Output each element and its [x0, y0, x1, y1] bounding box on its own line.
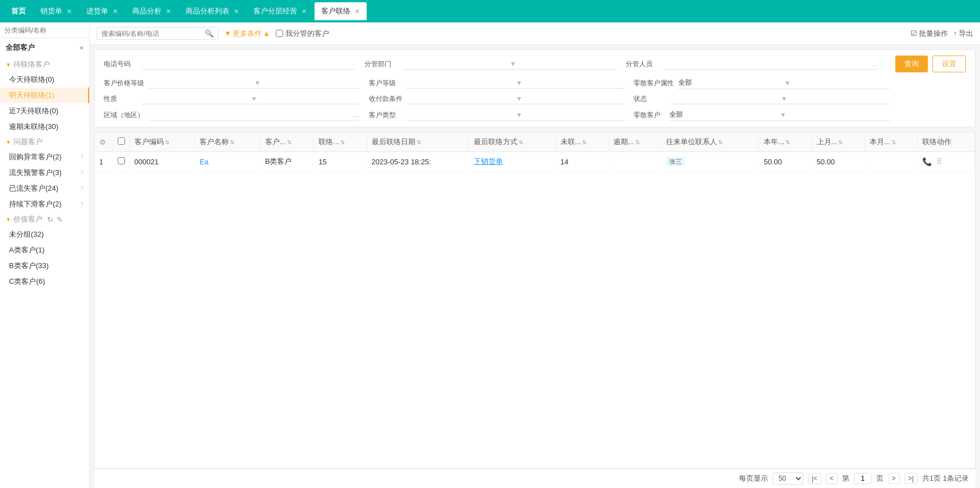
sidebar-item-today[interactable]: 今天待联络(0): [0, 72, 89, 88]
filter-field-status: 状态 ▼: [634, 94, 890, 104]
sidebar-search-input[interactable]: [4, 26, 89, 34]
cell-checkbox[interactable]: [113, 152, 130, 172]
filter-customer-level-select[interactable]: ▼: [407, 78, 625, 89]
search-icon[interactable]: 🔍: [205, 29, 214, 38]
col-settings[interactable]: ⚙: [95, 132, 113, 152]
sidebar-collapse-icon[interactable]: «: [80, 44, 84, 52]
export-btn[interactable]: ↑ 导出: [954, 29, 974, 39]
sidebar-all-customers-label: 全部客户: [6, 43, 35, 53]
filter-status-label: 状态: [634, 94, 667, 104]
btn-query[interactable]: 查询: [895, 56, 928, 72]
filter-status-select[interactable]: ▼: [672, 94, 890, 104]
sort-icon-last-month[interactable]: ⇅: [838, 139, 843, 145]
filter-retail-attr-select[interactable]: 全部 ▼: [678, 77, 890, 89]
table-header-row: ⚙ 客户编码 ⇅: [95, 132, 975, 152]
filter-customer-type-select[interactable]: ▼: [407, 110, 625, 121]
sort-icon-unit-contact[interactable]: ⇅: [718, 139, 723, 145]
nav-product-analysis-table[interactable]: 商品分析列表 ✕: [179, 2, 246, 20]
nav-purchase-close[interactable]: ✕: [113, 8, 118, 15]
sidebar-item-overdue[interactable]: 逾期未联络(30): [0, 119, 89, 135]
sidebar-item-lost-risk[interactable]: 流失预警客户(3) ?: [0, 165, 89, 181]
filter-retail-customer-value: 全部: [669, 110, 779, 119]
nav-customer-contact-close[interactable]: ✕: [355, 8, 360, 15]
sort-icon-name[interactable]: ⇅: [230, 139, 234, 145]
filter-field-branch-person: 分管人员 …: [626, 59, 877, 70]
sort-icon-type[interactable]: ⇅: [287, 139, 292, 145]
filter-row-3: 性质 ▼ 收付款条件 ▼ 状态: [104, 94, 966, 104]
sidebar-item-lost[interactable]: 已流失客户(24) ?: [0, 181, 89, 196]
sidebar-item-class-b[interactable]: B类客户(33): [0, 258, 89, 274]
nav-product-analysis-close[interactable]: ✕: [166, 8, 171, 15]
page-prev-btn[interactable]: <: [826, 473, 838, 484]
nav-product-analysis-table-close[interactable]: ✕: [234, 8, 239, 15]
nav-product-analysis[interactable]: 商品分析 ✕: [126, 2, 178, 20]
filter-branch-person-input[interactable]: [664, 60, 871, 68]
filter-region-dots[interactable]: …: [353, 111, 360, 119]
sort-icon-this-month[interactable]: ⇅: [891, 139, 896, 145]
filter-branch-dept-select[interactable]: ▼: [403, 59, 616, 70]
filter-icon: ▼: [224, 29, 232, 38]
table-settings-icon[interactable]: ⚙: [99, 138, 106, 146]
sidebar-item-repurchase-abnormal[interactable]: 回购异常客户(2) ?: [0, 149, 89, 165]
filter-branch-dept-label: 分管部门: [364, 59, 398, 69]
filter-status-chevron: ▼: [781, 95, 890, 103]
batch-op-btn[interactable]: ☑ 批量操作: [910, 29, 948, 39]
sidebar-item-ungrouped[interactable]: 未分组(32): [0, 227, 89, 242]
page-last-btn[interactable]: >|: [904, 473, 918, 484]
sidebar-help-icon-lost[interactable]: ?: [80, 185, 84, 192]
sort-icon-this-year[interactable]: ⇅: [785, 139, 790, 145]
sort-icon-contact[interactable]: ⇅: [340, 139, 345, 145]
sidebar-item-class-a[interactable]: A类客户(1): [0, 242, 89, 258]
sidebar-help-icon-continuous-down[interactable]: ?: [80, 201, 84, 208]
action-more-icon[interactable]: ⠿: [936, 157, 942, 166]
sidebar-item-class-c[interactable]: C类客户(6): [0, 274, 89, 289]
sidebar-value-edit-icon[interactable]: ✎: [57, 215, 63, 224]
sort-icon-method[interactable]: ⇅: [519, 139, 523, 145]
nav-purchase[interactable]: 进货单 ✕: [80, 2, 124, 20]
sidebar-item-tomorrow[interactable]: 明天待联络(1): [0, 88, 89, 103]
sort-icon-uncontacted[interactable]: ⇅: [582, 139, 586, 145]
filter-price-level-chevron: ▼: [254, 79, 359, 87]
cell-action: 📞 ⠿: [918, 152, 975, 172]
cell-name[interactable]: Ea: [195, 152, 261, 172]
search-bar: 🔍 ▼ 更多条件 ▲ 我分管的客户 ☑ 批量操作 ↑ 导出: [90, 22, 980, 45]
row-checkbox[interactable]: [118, 157, 125, 164]
nav-customer-contact[interactable]: 客户联络 ✕: [315, 2, 367, 20]
sidebar-all-customers[interactable]: 全部客户 «: [0, 38, 89, 57]
btn-settings[interactable]: 设置: [932, 56, 966, 72]
filter-retail-customer-select[interactable]: 全部 ▼: [669, 109, 890, 121]
sidebar-value-refresh-icon[interactable]: ↻: [47, 215, 53, 224]
batch-op-check-icon: ☑: [910, 29, 917, 38]
filter-payment-terms-select[interactable]: ▼: [407, 94, 625, 104]
sidebar-item-week[interactable]: 近7天待联络(0): [0, 103, 89, 119]
page-next-btn[interactable]: >: [888, 473, 900, 484]
my-customers-checkbox[interactable]: [276, 30, 283, 37]
more-conditions-btn[interactable]: ▼ 更多条件 ▲: [224, 29, 270, 39]
nav-sales[interactable]: 销货单 ✕: [34, 2, 78, 20]
search-input[interactable]: [101, 30, 202, 38]
nav-customer-tier-close[interactable]: ✕: [302, 8, 307, 15]
nav-home[interactable]: 首页: [4, 2, 33, 20]
sort-icon-date[interactable]: ⇅: [417, 139, 421, 145]
sidebar-help-icon-repurchase[interactable]: ?: [80, 154, 84, 160]
sort-icon-overdue[interactable]: ⇅: [635, 139, 640, 145]
action-phone-icon[interactable]: 📞: [922, 157, 932, 166]
filter-region-input[interactable]: [149, 111, 353, 119]
filter-phone-input[interactable]: [142, 60, 355, 68]
sidebar-item-continuous-down[interactable]: 持续下滑客户(2) ?: [0, 196, 89, 212]
filter-row-2: 客户价格等级 ▼ 客户等级 ▼ 零散客户属性 全部: [104, 77, 966, 89]
sidebar-help-icon-lost-risk[interactable]: ?: [80, 169, 84, 176]
filter-gender-label: 性质: [104, 94, 137, 104]
filter-gender-select[interactable]: ▼: [142, 94, 360, 104]
page-input[interactable]: [854, 473, 872, 484]
filter-branch-person-dots[interactable]: …: [871, 60, 877, 68]
sort-icon-code[interactable]: ⇅: [165, 139, 169, 145]
filter-price-level-select[interactable]: ▼: [149, 78, 360, 89]
nav-customer-tier[interactable]: 客户分层经营 ✕: [247, 2, 313, 20]
page-first-btn[interactable]: |<: [808, 473, 821, 484]
my-customers-check[interactable]: 我分管的客户: [276, 29, 329, 39]
select-all-checkbox[interactable]: [118, 137, 125, 145]
cell-last-contact-method[interactable]: 下销货单: [469, 152, 556, 172]
page-size-select[interactable]: 50 100 200: [773, 472, 803, 485]
nav-sales-close[interactable]: ✕: [67, 8, 72, 15]
